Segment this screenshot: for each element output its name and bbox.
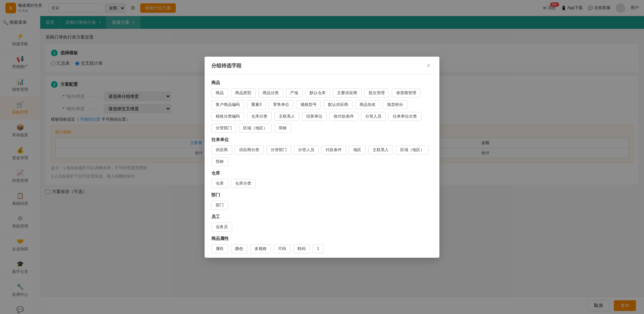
field-tag[interactable]: 往来单位分类 — [388, 112, 421, 121]
field-grid-partner: 供应商 供应商分类 分管部门 分管人员 付款条件 地区 主联系人 区域（地区） … — [211, 145, 433, 166]
field-tag[interactable]: 鞋码 — [293, 244, 310, 253]
field-tag[interactable]: 商品分类 — [258, 88, 283, 98]
field-tag[interactable]: 属性 — [211, 244, 228, 253]
field-tag[interactable]: 简称 — [211, 157, 228, 166]
modal-title: 分组待选字段 — [211, 63, 241, 69]
field-tag[interactable]: 结算单位 — [302, 112, 327, 121]
section-title-warehouse: 仓库 — [211, 170, 433, 176]
field-tag[interactable]: 简称 — [274, 124, 291, 133]
field-tag[interactable]: 拣货积分 — [383, 100, 408, 109]
field-grid-goods-attr: 属性 颜色 多规格 尺码 鞋码 1 — [211, 244, 433, 253]
field-tag[interactable]: 供应商 — [211, 145, 232, 154]
field-tag[interactable]: 产地 — [286, 88, 303, 98]
field-tag[interactable]: 零售单位 — [269, 100, 293, 109]
field-grid-staff: 业务员 — [211, 223, 433, 232]
field-tag[interactable]: 规格型号 — [296, 100, 321, 109]
section-title-goods-attr: 商品属性 — [211, 236, 433, 242]
field-tag[interactable]: 尺码 — [274, 244, 290, 253]
section-title-goods: 商品 — [211, 80, 433, 86]
field-tag[interactable]: 商品 — [211, 88, 228, 98]
field-tag[interactable]: 区域（地区） — [239, 124, 272, 133]
field-tag[interactable]: 税收分类编码 — [211, 112, 244, 121]
field-grid-warehouse: 仓库 仓库分类 — [211, 179, 433, 188]
field-tag[interactable]: 收付款条件 — [329, 112, 358, 121]
field-tag[interactable]: 业务员 — [211, 223, 232, 232]
modal-overlay: 分组待选字段 × 商品 商品 商品类型 商品分类 产地 默认仓库 主要供应商 批… — [0, 0, 644, 314]
field-tag[interactable]: 商品别名 — [355, 100, 380, 109]
field-tag[interactable]: 区域（地区） — [396, 145, 429, 154]
field-tag[interactable]: 客户商品编码 — [211, 100, 244, 109]
modal-close-button[interactable]: × — [425, 62, 433, 70]
section-title-staff: 员工 — [211, 214, 433, 220]
field-tag[interactable]: 仓库 — [211, 179, 228, 188]
field-tag[interactable]: 付款条件 — [321, 145, 346, 154]
modal: 分组待选字段 × 商品 商品 商品类型 商品分类 产地 默认仓库 主要供应商 批… — [205, 57, 439, 258]
field-tag[interactable]: 分管部门 — [211, 124, 236, 133]
field-tag[interactable]: 地区 — [349, 145, 366, 154]
field-tag[interactable]: 部门 — [211, 201, 228, 210]
field-tag[interactable]: 仓库分类 — [231, 179, 256, 188]
section-title-dept: 部门 — [211, 192, 433, 198]
field-tag[interactable]: 批次管理 — [364, 88, 389, 98]
modal-body: 商品 商品 商品类型 商品分类 产地 默认仓库 主要供应商 批次管理 保质期管理… — [205, 74, 439, 258]
field-tag[interactable]: 默认仓库 — [305, 88, 330, 98]
field-tag[interactable]: 分管部门 — [266, 145, 291, 154]
field-grid-dept: 部门 — [211, 201, 433, 210]
field-tag[interactable]: 默认供应商 — [324, 100, 353, 109]
field-tag[interactable]: 多规格 — [250, 244, 271, 253]
field-grid-goods: 商品 商品类型 商品分类 产地 默认仓库 主要供应商 批次管理 保质期管理 客户… — [211, 88, 433, 133]
field-tag[interactable]: 主要供应商 — [333, 88, 362, 98]
field-tag[interactable]: 仓库分类 — [247, 112, 272, 121]
field-tag[interactable]: 颜色 — [231, 244, 248, 253]
field-tag[interactable]: 供应商分类 — [235, 145, 264, 154]
field-tag[interactable]: 重量3 — [247, 100, 266, 109]
field-tag[interactable]: 1 — [313, 244, 324, 253]
field-tag[interactable]: 保质期管理 — [392, 88, 421, 98]
section-title-other: 其他 — [211, 257, 433, 258]
field-tag[interactable]: 主联系人 — [368, 145, 393, 154]
field-tag[interactable]: 主联系人 — [274, 112, 299, 121]
field-tag[interactable]: 分管人员 — [361, 112, 386, 121]
field-tag[interactable]: 分管人员 — [294, 145, 319, 154]
modal-header: 分组待选字段 × — [205, 57, 439, 74]
section-title-partner: 往来单位 — [211, 137, 433, 143]
field-tag[interactable]: 商品类型 — [231, 88, 256, 98]
